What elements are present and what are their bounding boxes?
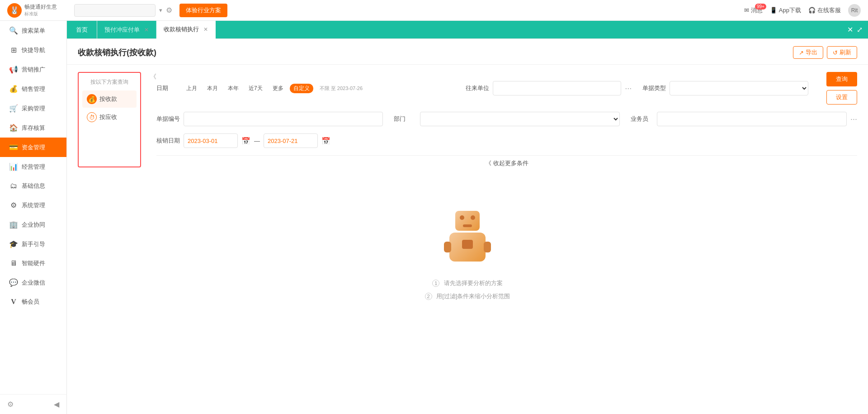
doc-no-input[interactable] [184, 112, 383, 126]
sidebar-label-sales: 销售管理 [22, 85, 45, 93]
date-option-this-month[interactable]: 本月 [203, 84, 222, 93]
sidebar-label-finance: 资金管理 [22, 143, 45, 152]
query-button[interactable]: 查询 [826, 72, 857, 86]
app-download-item[interactable]: 📱 App下载 [770, 6, 801, 14]
sidebar-item-inventory[interactable]: 🏠 库存核算 [0, 118, 66, 138]
hint-num-2: 2 [425, 293, 432, 300]
salesperson-input[interactable] [657, 112, 847, 126]
writeoff-date-label: 核销日期 [156, 137, 180, 145]
sidebar-bottom: ⚙ ◀ [0, 394, 66, 414]
refresh-button[interactable]: ↺ 刷新 [827, 46, 857, 59]
date-option-7days[interactable]: 近7天 [245, 84, 266, 93]
sidebar-item-hardware[interactable]: 🖥 智能硬件 [0, 254, 66, 273]
dept-select[interactable] [420, 112, 620, 126]
refresh-label: 刷新 [840, 48, 851, 57]
collapse-more-btn[interactable]: 《 收起更多条件 [486, 159, 528, 167]
dept-field: 部门 [394, 112, 620, 126]
receivable-icon: ⏱ [87, 112, 97, 122]
empty-state: 1 请先选择要分析的方案 2 用[过滤]条件来缩小分析范围 [67, 175, 868, 330]
sidebar-item-system[interactable]: ⚙ 系统管理 [0, 195, 66, 215]
industry-solution-button[interactable]: 体验行业方案 [179, 4, 227, 17]
logo-icon: 🐰 [7, 3, 22, 18]
filter-sidebar-title: 按以下方案查询 [82, 78, 137, 86]
folder-icon: 🗂 [9, 182, 18, 190]
sidebar-item-sales[interactable]: 💰 销售管理 [0, 79, 66, 99]
dept-label: 部门 [394, 115, 416, 123]
sidebar-item-quicknav[interactable]: ⊞ 快捷导航 [0, 40, 66, 60]
sidebar-item-operations[interactable]: 📊 经营管理 [0, 157, 66, 176]
writeoff-start-date[interactable] [184, 133, 238, 148]
export-label: 导出 [806, 48, 817, 57]
message-icon-item[interactable]: ✉ 消息 99+ [744, 6, 763, 14]
partner-input[interactable] [493, 81, 621, 95]
header-right: ✉ 消息 99+ 📱 App下载 🎧 在线客服 Rit [744, 4, 861, 17]
robot-arm-left [444, 242, 451, 252]
app-badge: 标准版 [24, 11, 57, 17]
sidebar-label-quicknav: 快捷导航 [22, 46, 45, 54]
end-calendar-icon[interactable]: 📅 [321, 137, 330, 145]
user-initials: Rit [851, 7, 858, 14]
sidebar-item-guide[interactable]: 🎓 新手引导 [0, 234, 66, 254]
search-dropdown-icon[interactable]: ▾ [159, 7, 162, 14]
partner-dots[interactable]: ··· [625, 84, 632, 93]
export-button[interactable]: ↗ 导出 [793, 46, 823, 59]
tab-home[interactable]: 首页 [67, 21, 97, 39]
filter-form: 日期 上月 本月 本年 近7天 更多 自定义 不限 至 2023-07-26 往… [156, 72, 857, 167]
search-icon: 🔍 [9, 26, 18, 35]
setting-button[interactable]: 设置 [826, 90, 857, 105]
hint-num-1: 1 [432, 280, 439, 287]
filter-option-receipt[interactable]: 💰 按收款 [82, 90, 137, 108]
tab-receipt-writeoff[interactable]: 收款核销执行 ✕ [156, 21, 216, 39]
sidebar-item-purchase[interactable]: 🛒 采购管理 [0, 99, 66, 118]
robot-screen [462, 240, 473, 249]
tab-bar-actions: ✕ ⤢ [847, 25, 868, 34]
sidebar-item-vip[interactable]: V 畅会员 [0, 292, 66, 311]
writeoff-date-field: 核销日期 📅 — 📅 [156, 133, 857, 148]
hint-text-1: 请先选择要分析的方案 [444, 280, 503, 286]
date-option-more[interactable]: 更多 [269, 84, 287, 93]
empty-hint-1: 1 请先选择要分析的方案 [432, 277, 503, 290]
search-input[interactable] [74, 4, 156, 17]
headset-icon: 🎧 [808, 7, 816, 14]
online-service-item[interactable]: 🎧 在线客服 [808, 6, 841, 14]
date-option-custom[interactable]: 自定义 [290, 84, 313, 93]
sidebar-item-basics[interactable]: 🗂 基础信息 [0, 176, 66, 195]
user-avatar-area[interactable]: Rit [848, 4, 861, 17]
robot-body [449, 233, 486, 262]
sidebar-label-wechat: 企业微信 [22, 279, 45, 287]
empty-hint-2: 2 用[过滤]条件来缩小分析范围 [425, 290, 510, 303]
doc-type-select[interactable] [670, 81, 808, 95]
settings-bottom-icon[interactable]: ⚙ [7, 400, 14, 409]
collapse-sidebar-icon[interactable]: ◀ [54, 400, 59, 409]
app-name: 畅捷通好生意 [24, 3, 57, 11]
collapse-filter-icon[interactable]: 《 [150, 73, 156, 81]
filter-row-3: 核销日期 📅 — 📅 [156, 133, 857, 148]
settings-gear-icon[interactable]: ⚙ [166, 6, 172, 14]
sidebar-item-finance[interactable]: 💳 资金管理 [0, 138, 66, 157]
sidebar-label-purchase: 采购管理 [22, 105, 45, 113]
filter-row-2: 单据编号 部门 业务员 ··· [156, 112, 857, 126]
tab-prepay-close-icon[interactable]: ✕ [144, 27, 149, 33]
sidebar-item-marketing[interactable]: 📢 营销推广 [0, 60, 66, 79]
doc-no-field: 单据编号 [156, 112, 383, 126]
tab-close-all-icon[interactable]: ✕ [847, 25, 853, 34]
date-option-this-year[interactable]: 本年 [224, 84, 242, 93]
receipt-icon: 💰 [87, 94, 97, 104]
sidebar-item-corp[interactable]: 🏢 企业协同 [0, 215, 66, 234]
start-calendar-icon[interactable]: 📅 [241, 137, 250, 145]
sidebar-label-search: 搜索菜单 [22, 27, 45, 35]
tab-prepay-label: 预付冲应付单 [104, 26, 140, 34]
sidebar-item-search[interactable]: 🔍 搜索菜单 [0, 21, 66, 40]
filter-option-receivable-label: 按应收 [99, 113, 117, 121]
salesperson-dots[interactable]: ··· [850, 114, 857, 124]
sidebar-label-inventory: 库存核算 [22, 124, 45, 132]
date-option-last-month[interactable]: 上月 [183, 84, 201, 93]
tab-receipt-close-icon[interactable]: ✕ [203, 26, 208, 33]
message-icon: ✉ [744, 7, 749, 14]
app-download-label: App下载 [779, 6, 801, 14]
writeoff-end-date[interactable] [264, 133, 318, 148]
sidebar-item-wechat[interactable]: 💬 企业微信 [0, 273, 66, 292]
filter-option-receivable[interactable]: ⏱ 按应收 [82, 109, 137, 126]
tab-prepay[interactable]: 预付冲应付单 ✕ [97, 21, 156, 39]
tab-expand-icon[interactable]: ⤢ [857, 25, 863, 34]
